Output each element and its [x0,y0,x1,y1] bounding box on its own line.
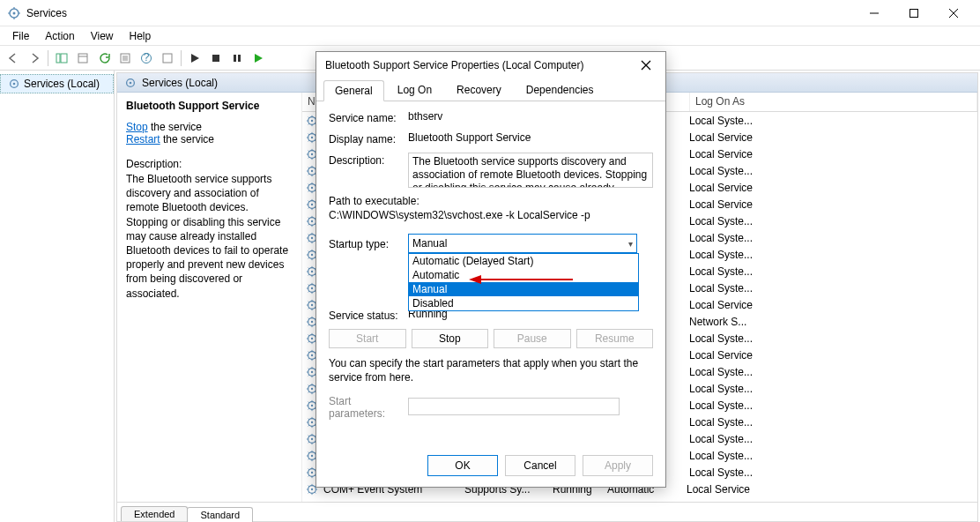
dialog-title: Bluetooth Support Service Properties (Lo… [325,59,635,71]
start-parameters-input[interactable] [408,398,620,415]
menu-file[interactable]: File [5,28,36,44]
svg-point-49 [311,320,313,322]
cell-logon: Local Service [684,182,977,194]
restart-service-button[interactable] [249,48,268,68]
svg-point-1 [13,11,16,14]
menu-action[interactable]: Action [38,28,81,44]
option-disabled[interactable]: Disabled [409,296,638,310]
cell-logon: Local Syste... [684,249,977,261]
cell-logon: Local Syste... [684,383,977,395]
apply-button[interactable]: Apply [583,455,653,476]
svg-rect-6 [56,54,60,63]
svg-point-59 [311,404,313,406]
help-text: You can specify the start parameters tha… [329,357,653,384]
svg-point-45 [311,287,313,288]
cell-logon: Local Syste... [684,232,977,244]
svg-point-63 [311,437,313,439]
detail-service-name: Bluetooth Support Service [126,100,293,112]
show-hide-tree-button[interactable] [52,48,71,68]
back-button[interactable] [4,48,23,68]
svg-rect-3 [909,9,917,17]
startup-type-select[interactable]: Manual ▾ Automatic (Delayed Start) Autom… [408,234,637,253]
option-manual[interactable]: Manual [409,282,638,296]
stop-suffix: the service [148,121,202,133]
dialog-titlebar[interactable]: Bluetooth Support Service Properties (Lo… [316,52,665,78]
svg-rect-7 [61,54,67,63]
resume-button[interactable]: Resume [576,329,654,348]
close-button[interactable] [933,1,973,26]
col-logon[interactable]: Log On As [690,93,977,111]
svg-rect-18 [234,55,236,62]
svg-point-67 [311,471,313,473]
label-description: Description: [329,153,408,167]
option-automatic-delayed[interactable]: Automatic (Delayed Start) [409,254,638,268]
chevron-down-icon: ▾ [628,239,633,249]
cell-logon: Local Syste... [684,332,977,345]
svg-point-47 [311,303,313,305]
svg-rect-19 [238,55,241,62]
option-automatic[interactable]: Automatic [409,268,638,282]
menu-view[interactable]: View [84,28,121,44]
description-readonly[interactable]: The Bluetooth service supports discovery… [408,153,653,188]
tab-general[interactable]: General [323,80,384,101]
stop-button[interactable]: Stop [412,329,489,348]
label-startup-type: Startup type: [329,236,408,250]
cell-logon: Local Syste... [684,265,977,278]
start-service-button[interactable] [185,48,204,68]
svg-point-27 [311,136,313,138]
cell-logon: Local Syste... [684,433,977,445]
tab-dependencies[interactable]: Dependencies [515,79,605,101]
tab-recovery[interactable]: Recovery [445,79,513,101]
maximize-button[interactable] [894,1,933,26]
pause-button[interactable]: Pause [494,329,571,348]
startup-type-dropdown: Automatic (Delayed Start) Automatic Manu… [408,253,639,311]
services-app-icon [7,6,21,20]
tab-standard[interactable]: Standard [187,507,253,522]
svg-point-21 [13,83,16,86]
cell-logon: Local Syste... [684,416,977,429]
svg-point-31 [311,169,313,171]
label-display-name: Display name: [329,131,408,145]
stop-service-button[interactable] [206,48,226,68]
forward-button[interactable] [25,48,44,68]
refresh-button[interactable] [94,48,114,68]
export-list-button[interactable] [73,48,93,68]
bottom-tabs: Extended Standard [117,502,977,521]
gear-icon [124,77,137,89]
cell-logon: Network S... [684,316,977,328]
value-path: C:\WINDOWS\system32\svchost.exe -k Local… [329,209,653,221]
cell-logon: Local Service [684,299,977,311]
cancel-button[interactable]: Cancel [505,455,575,476]
label-service-name: Service name: [329,110,408,124]
svg-point-53 [311,354,313,355]
minimize-button[interactable] [854,1,894,26]
pause-service-button[interactable] [227,48,247,68]
start-button[interactable]: Start [329,329,406,348]
cell-logon: Local Syste... [684,215,977,227]
tree-node-label: Services (Local) [24,78,100,90]
cell-logon: Local Service [684,349,977,362]
cell-logon: Local Syste... [684,282,977,295]
stop-service-link[interactable]: Stop [126,121,148,133]
help-button[interactable]: ? [137,48,156,68]
tree-node-services-local[interactable]: Services (Local) [0,74,114,93]
properties-button[interactable] [115,48,135,68]
ok-button[interactable]: OK [427,455,498,476]
properties-dialog: Bluetooth Support Service Properties (Lo… [316,51,666,488]
description-text: The Bluetooth service supports discovery… [126,172,293,301]
svg-point-25 [311,119,313,121]
description-label: Description: [126,158,293,170]
cell-logon: Local Syste... [684,115,977,127]
cell-logon: Local Service [684,131,977,144]
svg-point-39 [311,236,313,238]
window-titlebar: Services [0,0,980,26]
svg-point-29 [311,153,313,154]
menu-help[interactable]: Help [122,28,159,44]
svg-point-61 [311,421,313,422]
dialog-close-button[interactable] [635,55,657,76]
restart-service-link[interactable]: Restart [126,133,160,145]
dialog-content: Service name: bthserv Display name: Blue… [316,101,665,436]
filter-button[interactable] [158,48,177,68]
tab-extended[interactable]: Extended [121,506,188,521]
tab-logon[interactable]: Log On [386,79,443,101]
